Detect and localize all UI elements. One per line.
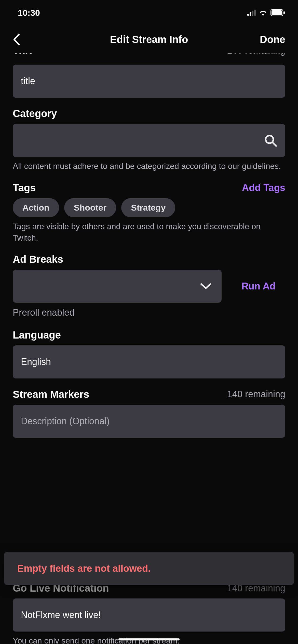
golive-input[interactable]: NotFlxme went live! bbox=[13, 598, 285, 632]
tag-action[interactable]: Action bbox=[13, 198, 59, 217]
category-helper: All content must adhere to and be catego… bbox=[13, 160, 285, 172]
markers-placeholder: Description (Optional) bbox=[21, 416, 110, 427]
language-section: Language English bbox=[13, 329, 285, 378]
svg-line-4 bbox=[273, 142, 276, 146]
search-icon bbox=[264, 134, 277, 147]
chevron-down-icon bbox=[200, 283, 211, 290]
markers-input[interactable]: Description (Optional) bbox=[13, 405, 285, 438]
category-label: Category bbox=[13, 108, 57, 119]
title-counter: 140 remaining bbox=[227, 53, 285, 56]
back-button[interactable] bbox=[13, 32, 28, 47]
language-label: Language bbox=[13, 329, 61, 341]
tag-shooter[interactable]: Shooter bbox=[64, 198, 116, 217]
markers-section: Stream Markers 140 remaining Description… bbox=[13, 389, 285, 438]
category-search-input[interactable] bbox=[13, 124, 285, 157]
svg-rect-2 bbox=[283, 11, 285, 14]
adbreaks-label: Ad Breaks bbox=[13, 254, 63, 265]
title-input-value: title bbox=[21, 76, 35, 86]
title-header-row: Title 140 remaining bbox=[13, 53, 285, 61]
run-ad-button[interactable]: Run Ad bbox=[232, 281, 285, 292]
language-value: English bbox=[21, 357, 51, 367]
adbreaks-section: Ad Breaks Run Ad Preroll enabled bbox=[13, 254, 285, 319]
golive-section: Go Live Notification 140 remaining NotFl… bbox=[13, 582, 285, 644]
tags-row: Action Shooter Strategy bbox=[13, 198, 285, 217]
tags-helper: Tags are visible by others and are used … bbox=[13, 221, 285, 244]
page-title: Edit Stream Info bbox=[110, 34, 188, 45]
markers-counter: 140 remaining bbox=[227, 389, 285, 400]
error-toast-message: Empty fields are not allowed. bbox=[17, 563, 151, 574]
status-bar: 10:30 bbox=[0, 0, 298, 25]
category-section: Category All content must adhere to and … bbox=[13, 108, 285, 172]
tag-strategy[interactable]: Strategy bbox=[121, 198, 175, 217]
wifi-icon bbox=[259, 9, 267, 16]
add-tags-button[interactable]: Add Tags bbox=[242, 182, 285, 193]
content: Title 140 remaining title Category All c… bbox=[0, 53, 298, 438]
title-label: Title bbox=[13, 53, 34, 56]
adbreaks-helper: Preroll enabled bbox=[13, 306, 285, 319]
svg-rect-1 bbox=[272, 10, 282, 15]
error-toast: Empty fields are not allowed. bbox=[4, 552, 294, 585]
adbreak-duration-select[interactable] bbox=[13, 270, 222, 303]
language-select[interactable]: English bbox=[13, 345, 285, 378]
tags-label: Tags bbox=[13, 182, 36, 194]
nav-bar: Edit Stream Info Done bbox=[0, 25, 298, 53]
chevron-left-icon bbox=[13, 34, 20, 45]
status-time: 10:30 bbox=[18, 8, 40, 18]
home-indicator[interactable] bbox=[118, 638, 180, 640]
cellular-icon bbox=[247, 10, 256, 16]
markers-label: Stream Markers bbox=[13, 389, 89, 400]
tags-section: Tags Add Tags Action Shooter Strategy Ta… bbox=[13, 182, 285, 244]
title-input[interactable]: title bbox=[13, 65, 285, 98]
done-button[interactable]: Done bbox=[260, 34, 285, 45]
status-icons bbox=[247, 9, 285, 16]
battery-icon bbox=[270, 9, 285, 16]
golive-value: NotFlxme went live! bbox=[21, 610, 101, 620]
